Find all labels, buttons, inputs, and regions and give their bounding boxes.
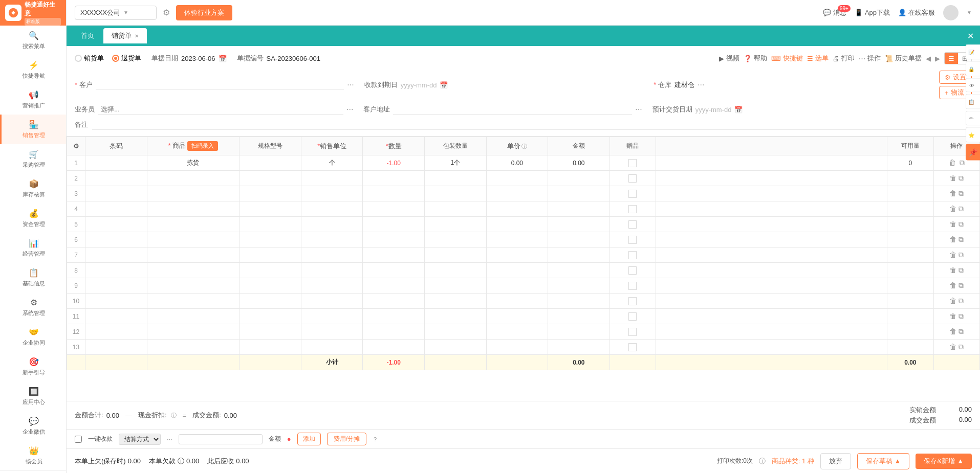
- sidebar-item-wechat[interactable]: 💬 企业微信: [0, 411, 66, 441]
- company-selector[interactable]: XXXXXX公司 ▼: [75, 6, 157, 20]
- gift-checkbox[interactable]: [628, 205, 637, 213]
- row-spec[interactable]: [239, 155, 301, 171]
- copy-icon[interactable]: ⧉: [959, 251, 964, 259]
- due-date-calendar-icon[interactable]: 📅: [440, 81, 448, 89]
- float-btn-2[interactable]: 🔒: [966, 61, 980, 77]
- customer-more-icon[interactable]: ···: [347, 81, 354, 89]
- gift-checkbox[interactable]: [628, 174, 637, 183]
- delete-icon[interactable]: 🗑: [949, 312, 956, 320]
- sidebar-item-sales[interactable]: 🏪 销售管理: [0, 115, 66, 144]
- notes-input[interactable]: [92, 120, 972, 130]
- sidebar-item-operation[interactable]: 📊 经营管理: [0, 233, 66, 263]
- operate-btn[interactable]: ⋯ 操作: [859, 54, 881, 63]
- radio-return-order[interactable]: 退货单: [112, 54, 141, 63]
- gift-checkbox[interactable]: [628, 159, 637, 167]
- topbar-service[interactable]: 👤 在线客服: [898, 8, 935, 17]
- history-btn[interactable]: 📜 历史单据: [885, 54, 922, 63]
- row-notes[interactable]: [656, 155, 887, 171]
- delete-icon[interactable]: 🗑: [949, 205, 956, 213]
- payment-method-more-icon[interactable]: ···: [167, 435, 172, 443]
- view-list-btn[interactable]: ☰: [945, 53, 958, 64]
- sidebar-item-search[interactable]: 🔍 搜索菜单: [0, 26, 66, 55]
- copy-icon[interactable]: ⧉: [959, 297, 964, 305]
- gift-checkbox[interactable]: [628, 251, 637, 259]
- warehouse-more-icon[interactable]: ···: [698, 81, 704, 89]
- save-new-button[interactable]: 保存&新增 ▲: [916, 454, 972, 469]
- tab-salesorder[interactable]: 销货单 ✕: [103, 28, 147, 43]
- payment-account-input[interactable]: [179, 434, 263, 444]
- gift-checkbox[interactable]: [628, 328, 637, 336]
- float-btn-1[interactable]: 📝: [966, 44, 980, 60]
- sidebar-item-finance[interactable]: 💰 资金管理: [0, 204, 66, 233]
- copy-icon[interactable]: ⧉: [959, 327, 964, 335]
- gift-checkbox[interactable]: [628, 220, 637, 229]
- delete-icon[interactable]: 🗑: [949, 281, 956, 289]
- sidebar-item-system[interactable]: ⚙ 系统管理: [0, 292, 66, 322]
- row-qty[interactable]: -1.00: [363, 155, 425, 171]
- float-btn-orange[interactable]: 📌: [966, 144, 980, 161]
- sidebar-item-collab[interactable]: 🤝 企业协同: [0, 322, 66, 352]
- topbar-message[interactable]: 💬 消息 99+: [823, 8, 846, 17]
- delete-icon[interactable]: 🗑: [949, 235, 956, 243]
- copy-icon[interactable]: ⧉: [959, 189, 964, 197]
- sidebar-item-apps[interactable]: 🔲 应用中心: [0, 381, 66, 411]
- copy-icon[interactable]: ⧉: [959, 220, 964, 228]
- delete-icon[interactable]: 🗑: [949, 297, 956, 305]
- settings-col-icon[interactable]: ⚙: [73, 142, 79, 150]
- delete-icon[interactable]: 🗑: [949, 266, 956, 274]
- gift-checkbox[interactable]: [628, 343, 637, 351]
- copy-icon[interactable]: ⧉: [959, 343, 964, 351]
- customer-addr-input[interactable]: [393, 104, 632, 115]
- sidebar-item-newbie[interactable]: 🎯 新手引导: [0, 352, 66, 381]
- payment-add-icon[interactable]: ●: [287, 435, 291, 443]
- one-click-checkbox[interactable]: [75, 436, 82, 443]
- gift-checkbox[interactable]: [628, 282, 637, 290]
- float-btn-6[interactable]: ⭐: [966, 127, 980, 143]
- save-draft-button[interactable]: 保存草稿 ▲: [857, 453, 910, 469]
- row-price[interactable]: 0.00: [486, 155, 548, 171]
- date-calendar-icon[interactable]: 📅: [219, 55, 227, 62]
- prev-icon[interactable]: ◀: [926, 55, 931, 62]
- gift-checkbox[interactable]: [628, 190, 637, 198]
- sidebar-item-purchase[interactable]: 🛒 采购管理: [0, 144, 66, 174]
- copy-icon[interactable]: ⧉: [959, 235, 964, 243]
- staff-more-icon[interactable]: ···: [346, 105, 353, 114]
- trial-button[interactable]: 体验行业方案: [176, 5, 232, 20]
- float-btn-4[interactable]: 📋: [966, 94, 980, 109]
- sidebar-item-inventory[interactable]: 📦 库存核算: [0, 174, 66, 204]
- order-table-container[interactable]: ⚙ 条码 * 商品 扫码录入 规格型号: [67, 137, 980, 401]
- row-gift[interactable]: [609, 155, 656, 171]
- delete-icon[interactable]: 🗑: [949, 189, 956, 197]
- payment-method-select[interactable]: 结算方式: [119, 434, 161, 445]
- scan-button[interactable]: 扫码录入: [187, 141, 218, 151]
- next-icon[interactable]: ▶: [935, 55, 940, 62]
- sidebar-item-quicknav[interactable]: ⚡ 快捷导航: [0, 55, 66, 85]
- radio-sales-order[interactable]: 销货单: [75, 54, 104, 63]
- payment-add-button[interactable]: 添加: [297, 433, 321, 445]
- sidebar-item-member[interactable]: 👑 畅会员: [0, 441, 66, 470]
- delete-icon[interactable]: 🗑: [949, 251, 956, 259]
- copy-icon[interactable]: ⧉: [959, 312, 964, 320]
- delete-icon[interactable]: 🗑: [949, 327, 956, 335]
- abandon-button[interactable]: 放弃: [820, 453, 851, 469]
- select-btn[interactable]: ☰ 选单: [807, 54, 829, 63]
- gift-checkbox[interactable]: [628, 236, 637, 244]
- copy-icon[interactable]: ⧉: [959, 266, 964, 274]
- delete-icon[interactable]: 🗑: [949, 174, 956, 182]
- float-btn-5[interactable]: ✏: [966, 111, 980, 126]
- copy-icon[interactable]: ⧉: [959, 281, 964, 289]
- addr-more-icon[interactable]: ···: [635, 105, 642, 114]
- tabbar-close-icon[interactable]: ✕: [967, 31, 974, 41]
- topbar-app-download[interactable]: 📱 App下载: [855, 8, 890, 17]
- delete-icon[interactable]: 🗑: [949, 159, 956, 167]
- copy-icon[interactable]: ⧉: [959, 205, 964, 213]
- tab-home[interactable]: 首页: [73, 28, 102, 43]
- sidebar-item-basic[interactable]: 📋 基础信息: [0, 263, 66, 292]
- video-btn[interactable]: ▶ 视频: [719, 54, 739, 63]
- gift-checkbox[interactable]: [628, 266, 637, 275]
- copy-icon[interactable]: ⧉: [959, 174, 964, 182]
- customer-input[interactable]: [96, 80, 344, 90]
- copy-icon[interactable]: ⧉: [960, 159, 965, 167]
- row-goods[interactable]: 拣货: [147, 155, 239, 171]
- help-btn[interactable]: ❓ 帮助: [744, 54, 767, 63]
